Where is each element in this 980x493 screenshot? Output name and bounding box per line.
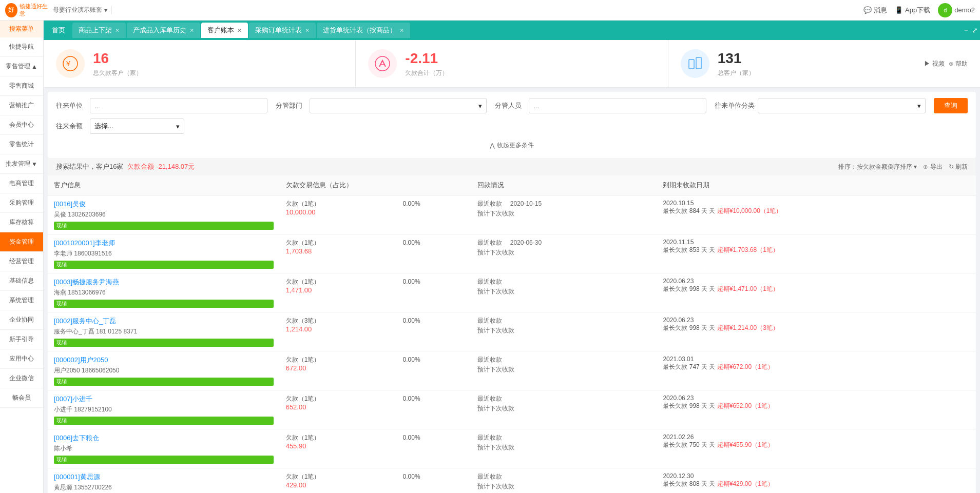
customer-name[interactable]: [000001]黄思源	[54, 472, 274, 482]
last-payment-label: 最近收款	[477, 278, 502, 285]
sidebar-item-retail-mall[interactable]: 零售商城	[0, 76, 43, 96]
overdue-days: 最长欠款 998 天 天 超期¥652.00（1笔）	[663, 402, 970, 410]
col-repay-info: 回款情况	[471, 175, 657, 195]
refresh-btn[interactable]: ↻ 刷新	[949, 163, 968, 171]
sidebar-item-newbie[interactable]: 新手引导	[0, 330, 43, 349]
debt-count: 欠款（1笔）	[286, 200, 391, 208]
sidebar-search[interactable]: 搜索菜单	[0, 21, 43, 37]
overdue-date: 2020.06.23	[663, 278, 970, 285]
sidebar-item-system[interactable]: 系统管理	[0, 291, 43, 310]
customer-name[interactable]: [0002]服务中心_丁磊	[54, 317, 274, 326]
overdue-date: 2020.11.15	[663, 239, 970, 246]
logo-icon: 好	[5, 3, 17, 17]
overdue-detail[interactable]: 超期¥1,703.68（1笔）	[717, 246, 779, 253]
sidebar-item-quick-nav[interactable]: 快捷导航	[0, 37, 43, 57]
tab-close-product-history[interactable]: ✕	[189, 27, 194, 34]
customer-name[interactable]: [0003]畅捷服务尹海燕	[54, 278, 274, 287]
data-table-wrapper: 客户信息 欠款交易信息（占比） 回款情况 到期未收款日期 [0016]吴俊 吴俊…	[48, 175, 976, 493]
tab-close-import-stats[interactable]: ✕	[399, 27, 404, 34]
customer-name[interactable]: [000002]用户2050	[54, 356, 274, 365]
user-avatar[interactable]: d demo2	[938, 3, 975, 17]
from-unit-input[interactable]: ...	[90, 98, 267, 113]
sidebar-item-retail-mgmt[interactable]: 零售管理 ▲	[0, 57, 43, 76]
stat-label-total-customers: 总客户（家）	[718, 69, 755, 77]
debt-amount[interactable]: 429.00	[286, 481, 391, 489]
tab-product-listing[interactable]: 商品上下架 ✕	[72, 23, 126, 38]
message-btn[interactable]: 💬 消息	[863, 6, 887, 15]
manager-input[interactable]: ...	[529, 98, 706, 113]
sidebar-item-ecommerce[interactable]: 电商管理	[0, 174, 43, 193]
phone-icon: 📱	[895, 6, 903, 14]
debt-amount[interactable]: 1,703.68	[286, 247, 391, 255]
filter-manager: 分管人员 ...	[495, 98, 706, 113]
stat-card-total-customers: 131 总客户（家） ▶ 视频 ⊙ 帮助	[668, 40, 980, 87]
customer-name[interactable]: [0001020001]李老师	[54, 239, 274, 248]
sidebar-item-app-center[interactable]: 应用中心	[0, 349, 43, 369]
help-btn[interactable]: ⊙ 帮助	[949, 60, 968, 68]
search-button[interactable]: 查询	[934, 98, 968, 113]
customer-name[interactable]: [0006]去下粮仓	[54, 433, 274, 443]
overdue-date: 2020.06.23	[663, 395, 970, 402]
tab-close-product-listing[interactable]: ✕	[115, 27, 120, 34]
sidebar-item-member-center[interactable]: 会员中心	[0, 115, 43, 135]
tab-customer-account[interactable]: 客户账本 ✕	[201, 23, 248, 38]
store-selector[interactable]: 母婴行业演示账套 ▾	[49, 6, 112, 14]
filter-unit-category: 往来单位分类 ▾	[715, 98, 926, 113]
unit-category-select[interactable]: ▾	[758, 98, 926, 113]
export-btn[interactable]: ⊙ 导出	[923, 163, 942, 171]
overdue-detail[interactable]: 超期¥10,000.00（1笔）	[717, 207, 782, 214]
debt-ratio: 0.00%	[403, 356, 420, 363]
tab-home[interactable]: 首页	[46, 23, 71, 38]
overdue-detail[interactable]: 超期¥672.00（1笔）	[717, 363, 774, 370]
sidebar-item-wechat[interactable]: 企业微信	[0, 369, 43, 388]
page-content: ¥ 16 总欠款客户（家）	[44, 40, 980, 493]
sidebar-item-operations[interactable]: 经营管理	[0, 252, 43, 271]
overdue-detail[interactable]: 超期¥1,471.00（1笔）	[717, 285, 779, 292]
tab-close-customer-account[interactable]: ✕	[237, 27, 242, 34]
customer-name[interactable]: [0007]小进千	[54, 395, 274, 404]
sidebar-item-marketing[interactable]: 营销推广	[0, 96, 43, 115]
overdue-detail[interactable]: 超期¥455.90（1笔）	[717, 441, 774, 448]
sidebar-item-retail-stats[interactable]: 零售统计	[0, 135, 43, 154]
next-payment-label: 预计下次收款	[477, 366, 514, 373]
sort-btn[interactable]: 排序：按欠款金额倒序排序 ▾	[838, 163, 917, 171]
debt-amount[interactable]: 455.90	[286, 442, 391, 450]
debt-amount[interactable]: 672.00	[286, 364, 391, 372]
debt-amount[interactable]: 1,471.00	[286, 286, 391, 294]
dept-select[interactable]: ▾	[310, 98, 487, 113]
help-icon: ⊙	[949, 60, 954, 67]
balance-select[interactable]: 选择... ▾	[90, 119, 184, 134]
collapse-icon: ⋀	[490, 142, 495, 149]
content-area: 首页 商品上下架 ✕ 产成品入库单历史 ✕ 客户账本 ✕ 采购订单统计表 ✕	[44, 21, 980, 493]
sidebar-item-purchase[interactable]: 采购管理	[0, 193, 43, 213]
view-video-btn[interactable]: ▶ 视频	[924, 60, 944, 68]
overdue-detail[interactable]: 超期¥1,214.00（3笔）	[717, 324, 779, 331]
chevron-icon: ▼	[31, 161, 37, 168]
tab-import-stats[interactable]: 进货单统计表（按商品） ✕	[317, 23, 410, 38]
sidebar-item-batch-mgmt[interactable]: 批发管理 ▼	[0, 154, 43, 174]
sidebar-item-finance[interactable]: 资金管理	[0, 232, 43, 252]
collapse-more-btn[interactable]: ⋀ 收起更多条件	[56, 139, 968, 152]
sidebar-item-vip[interactable]: 畅会员	[0, 388, 43, 408]
logo-text: 畅捷通好生意	[20, 3, 49, 16]
sidebar-item-basic-info[interactable]: 基础信息	[0, 271, 43, 291]
app-download-btn[interactable]: 📱 App下载	[895, 6, 930, 15]
customer-name[interactable]: [0016]吴俊	[54, 200, 274, 209]
sort-icon: ▾	[914, 163, 917, 170]
overdue-detail[interactable]: 超期¥429.00（1笔）	[717, 480, 774, 487]
overdue-detail[interactable]: 超期¥652.00（1笔）	[717, 402, 774, 409]
debt-amount[interactable]: 10,000.00	[286, 208, 391, 216]
sidebar-item-inventory[interactable]: 库存核算	[0, 213, 43, 232]
filter-balance: 往来余额 选择... ▾	[56, 119, 184, 134]
stat-icon-customers: ¥	[56, 49, 85, 78]
debt-ratio: 0.00%	[403, 395, 420, 402]
chevron-down-icon: ▾	[478, 102, 482, 110]
sidebar-item-enterprise-collab[interactable]: 企业协同	[0, 310, 43, 330]
tab-expand-icon[interactable]: ⤢	[972, 26, 978, 34]
tab-collapse-icon[interactable]: －	[963, 26, 970, 35]
tab-close-purchase-stats[interactable]: ✕	[305, 27, 310, 34]
debt-amount[interactable]: 1,214.00	[286, 325, 391, 333]
debt-amount[interactable]: 652.00	[286, 403, 391, 411]
tab-purchase-stats[interactable]: 采购订单统计表 ✕	[249, 23, 316, 38]
tab-product-history[interactable]: 产成品入库单历史 ✕	[127, 23, 200, 38]
